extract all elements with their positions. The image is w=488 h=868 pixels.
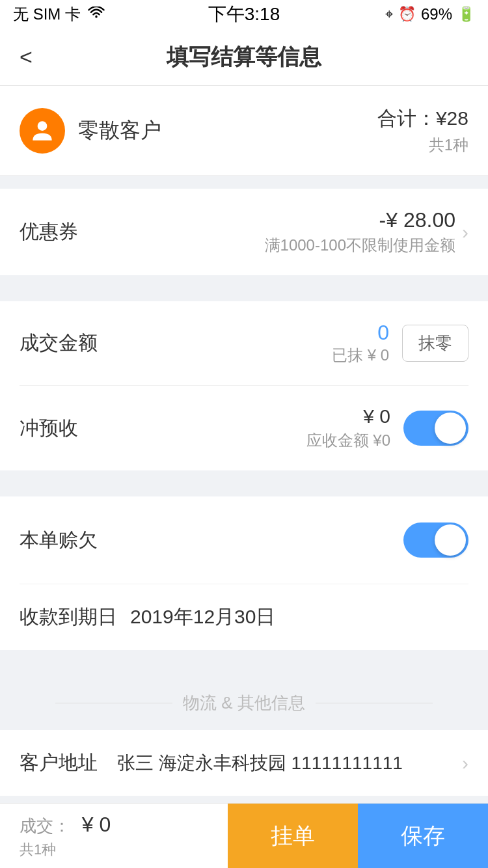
toggle-knob [435, 413, 466, 444]
logistics-title: 物流 & 其他信息 [20, 692, 468, 714]
customer-name: 零散客户 [78, 116, 161, 145]
coupon-info: -¥ 28.00 满1000-100不限制使用金额 [265, 208, 455, 256]
coupon-section[interactable]: 优惠券 -¥ 28.00 满1000-100不限制使用金额 › [0, 189, 488, 275]
pre-receive-label: 冲预收 [20, 415, 78, 442]
customer-right: 合计：¥28 共1种 [377, 105, 468, 156]
back-button[interactable]: < [20, 44, 33, 70]
nav-bar: < 填写结算等信息 [0, 29, 488, 86]
customer-section: 零散客户 合计：¥28 共1种 [0, 86, 488, 176]
footer-summary: 成交： ¥ 0 共1种 [0, 813, 228, 860]
logistics-line-left [55, 703, 172, 703]
total-amount: 合计：¥28 [377, 105, 468, 132]
pre-receive-right: ¥ 0 应收金额 ¥0 [306, 405, 468, 451]
status-time: 下午3:18 [208, 2, 280, 27]
due-date-row: 收款到期日 2019年12月30日 [20, 584, 468, 650]
due-date-label: 收款到期日 [20, 604, 117, 631]
svg-point-1 [38, 121, 47, 131]
customer-avatar [20, 108, 65, 154]
already-zeroed: 已抹 ¥ 0 [332, 345, 389, 366]
battery-icon: 🔋 [457, 6, 475, 23]
pending-button[interactable]: 挂单 [228, 804, 358, 869]
coupon-label: 优惠券 [20, 219, 78, 245]
transaction-amount-row: 成交金额 0 已抹 ¥ 0 抹零 [20, 301, 468, 386]
coupon-desc: 满1000-100不限制使用金额 [265, 235, 455, 256]
divider-2 [0, 483, 488, 496]
pre-receive-row: 冲预收 ¥ 0 应收金额 ¥0 [20, 386, 468, 470]
status-left: 无 SIM 卡 [13, 4, 105, 25]
status-right: ⌖ ⏰ 69% 🔋 [385, 5, 475, 23]
pre-receive-amount: ¥ 0 [306, 405, 390, 427]
debt-section: 本单赊欠 收款到期日 2019年12月30日 [0, 496, 488, 650]
user-icon [28, 116, 57, 145]
carrier-text: 无 SIM 卡 [13, 4, 81, 25]
wifi-icon [87, 5, 105, 23]
address-row[interactable]: 客户地址 张三 海淀永丰科技园 11111111111 › [0, 730, 488, 796]
alarm-icon: ⏰ [398, 6, 416, 23]
address-label: 客户地址 [20, 750, 98, 776]
battery-text: 69% [421, 5, 452, 23]
footer-transaction-amount: ¥ 0 [82, 813, 111, 836]
coupon-row[interactable]: 优惠券 -¥ 28.00 满1000-100不限制使用金额 › [0, 189, 488, 275]
total-count: 共1种 [377, 135, 468, 156]
debt-toggle-knob [435, 524, 466, 556]
footer-bar: 成交： ¥ 0 共1种 挂单 保存 [0, 803, 488, 868]
debt-row: 本单赊欠 [20, 496, 468, 584]
status-bar: 无 SIM 卡 下午3:18 ⌖ ⏰ 69% 🔋 [0, 0, 488, 29]
pre-receive-toggle[interactable] [403, 411, 468, 446]
debt-label: 本单赊欠 [20, 527, 98, 554]
coupon-right: -¥ 28.00 满1000-100不限制使用金额 › [265, 208, 468, 256]
coupon-discount: -¥ 28.00 [265, 208, 455, 232]
form-section: 成交金额 0 已抹 ¥ 0 抹零 冲预收 ¥ 0 应收金额 ¥0 [0, 301, 488, 470]
footer-transaction-label: 成交： [20, 816, 70, 835]
pre-receive-amounts: ¥ 0 应收金额 ¥0 [306, 405, 390, 451]
location-icon: ⌖ [385, 6, 393, 23]
divider-3 [0, 663, 488, 676]
chevron-right-icon: › [462, 221, 468, 243]
save-button[interactable]: 保存 [358, 804, 488, 869]
address-section[interactable]: 客户地址 张三 海淀永丰科技园 11111111111 › [0, 730, 488, 796]
transaction-value[interactable]: 0 [332, 321, 389, 345]
svg-point-0 [95, 16, 98, 18]
divider-1 [0, 288, 488, 301]
customer-left: 零散客户 [20, 108, 161, 154]
transaction-label: 成交金额 [20, 330, 98, 357]
receivable-amount: 应收金额 ¥0 [306, 430, 390, 451]
round-zero-button[interactable]: 抹零 [402, 325, 468, 362]
logistics-section: 物流 & 其他信息 [0, 676, 488, 730]
address-value: 张三 海淀永丰科技园 11111111111 [117, 751, 462, 776]
logistics-line-right [316, 703, 433, 703]
logistics-text: 物流 & 其他信息 [183, 692, 305, 714]
due-date-value[interactable]: 2019年12月30日 [130, 604, 275, 631]
page-title: 填写结算等信息 [167, 42, 321, 72]
customer-row: 零散客户 合计：¥28 共1种 [0, 86, 488, 176]
address-chevron-icon: › [462, 752, 468, 774]
transaction-right: 0 已抹 ¥ 0 抹零 [332, 321, 468, 366]
debt-toggle[interactable] [403, 522, 468, 558]
footer-count: 共1种 [20, 840, 208, 860]
footer-transaction-line: 成交： ¥ 0 [20, 813, 208, 837]
